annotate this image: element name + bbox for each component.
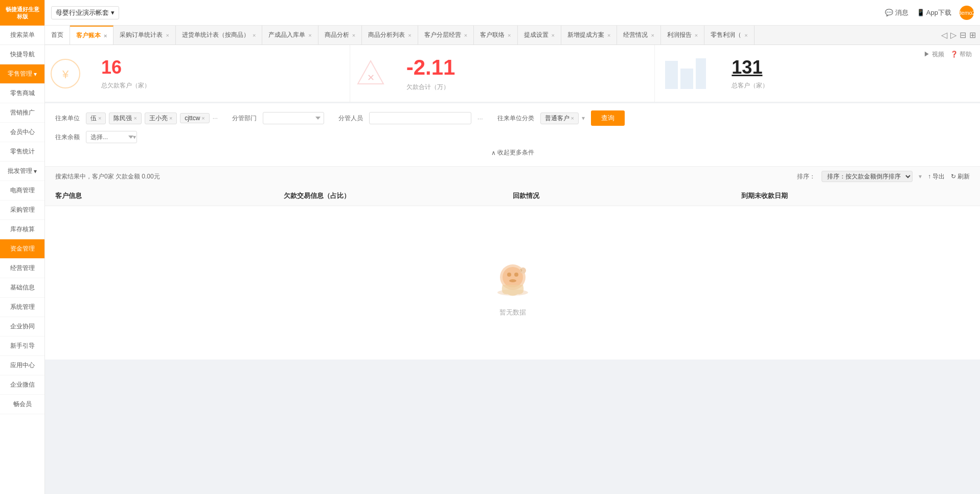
empty-text: 暂无数据 — [499, 308, 526, 317]
help-link[interactable]: ❓ 帮助 — [950, 50, 972, 59]
filter-tags-category: 普通客户 × ▾ — [540, 113, 585, 124]
chevron-down-icon-category: ▾ — [582, 115, 585, 122]
tab-promotion-settings[interactable]: 提成设置 × — [518, 26, 561, 45]
tab-scroll-right-icon[interactable]: ▷ — [950, 30, 956, 40]
filter-label-category: 往来单位分类 — [497, 114, 534, 123]
tag-close-wu[interactable]: × — [98, 115, 101, 121]
table-body: ? 暂无数据 — [45, 206, 980, 360]
filter-select-dept[interactable] — [263, 112, 324, 124]
logo-text: 畅捷通好生意 标版 — [6, 6, 39, 20]
close-icon[interactable]: × — [607, 32, 610, 38]
message-btn[interactable]: 💬 消息 — [885, 8, 908, 17]
account-select-label: 母婴行业演示帐套 — [56, 8, 109, 17]
svg-text:?: ? — [520, 268, 522, 273]
tab-product-analysis-list[interactable]: 商品分析列表 × — [362, 26, 418, 45]
svg-point-11 — [514, 273, 518, 277]
sidebar-item-retail-mall[interactable]: 零售商城 — [0, 84, 44, 103]
sidebar-item-operations[interactable]: 经营管理 — [0, 259, 44, 278]
close-icon[interactable]: × — [651, 32, 654, 38]
account-select[interactable]: 母婴行业演示帐套 ▾ — [51, 6, 119, 19]
filter-area: 往来单位 伍 × 陈民强 × 王小亮 × cjttcw — [45, 103, 980, 166]
tab-product-inbound[interactable]: 产成品入库单 × — [262, 26, 318, 45]
stats-right-icon — [663, 56, 709, 92]
sidebar-item-purchase-mgmt[interactable]: 采购管理 — [0, 200, 44, 220]
tab-customer-tier[interactable]: 客户分层经营 × — [418, 26, 474, 45]
tab-customer-accounts[interactable]: 客户账本 × — [70, 26, 113, 45]
col-header-due-date: 到期未收款日期 — [741, 191, 970, 200]
topbar-right: 💬 消息 📱 App下载 demo2 — [885, 6, 974, 20]
sidebar-item-quick-nav[interactable]: 快捷导航 — [0, 45, 44, 64]
tag-close-normal[interactable]: × — [571, 115, 574, 121]
sidebar-item-newbie[interactable]: 新手引导 — [0, 336, 44, 356]
filter-input-manager[interactable] — [369, 112, 471, 124]
sidebar-item-vip-member[interactable]: 畅会员 — [0, 395, 44, 414]
sidebar-item-ecommerce[interactable]: 电商管理 — [0, 181, 44, 200]
sidebar-item-enterprise-wx[interactable]: 企业微信 — [0, 375, 44, 395]
sidebar-item-enterprise[interactable]: 企业协同 — [0, 317, 44, 336]
close-icon[interactable]: × — [408, 32, 411, 38]
filter-more-manager[interactable]: ··· — [477, 115, 483, 122]
query-button[interactable]: 查询 — [591, 110, 625, 126]
tab-purchase-order-stats[interactable]: 采购订单统计表 × — [113, 26, 175, 45]
table-wrap: 客户信息 欠款交易信息（占比） 回款情况 到期未收款日期 — [45, 186, 980, 360]
tab-product-analysis[interactable]: 商品分析 × — [318, 26, 362, 45]
filter-tag-wang: 王小亮 × — [145, 113, 177, 124]
col-header-repayment: 回款情况 — [513, 191, 741, 200]
tag-close-wang[interactable]: × — [169, 115, 172, 121]
tab-scroll-left-icon[interactable]: ◁ — [941, 30, 947, 40]
stats-main-icon: ¥ — [50, 58, 81, 89]
sidebar-item-search[interactable]: 搜索菜单 — [0, 26, 44, 45]
sidebar-item-retail-mgmt[interactable]: 零售管理▾ — [0, 64, 44, 84]
tab-maximize-icon[interactable]: ⊞ — [969, 30, 976, 40]
sidebar-item-marketing[interactable]: 营销推广 — [0, 103, 44, 123]
stat-card-overdue-amount: -2.11 欠款合计（万） — [391, 45, 655, 102]
tab-inbound-stats[interactable]: 进货单统计表（按商品） × — [176, 26, 262, 45]
close-icon[interactable]: × — [104, 33, 107, 39]
tab-operations-status[interactable]: 经营情况 × — [617, 26, 660, 45]
svg-rect-6 — [696, 58, 706, 89]
app-download-btn[interactable]: 📱 App下载 — [917, 8, 951, 17]
stat-card-total-customers: ▶ 视频 ❓ 帮助 131 总客户（家） — [716, 45, 980, 102]
close-icon[interactable]: × — [253, 32, 256, 38]
close-icon[interactable]: × — [464, 32, 467, 38]
sidebar-item-finance[interactable]: 资金管理 — [0, 239, 44, 259]
tab-retail-profit[interactable]: 零售利润（ × — [704, 26, 754, 45]
sidebar-item-base-info[interactable]: 基础信息 — [0, 278, 44, 298]
video-link[interactable]: ▶ 视频 — [924, 50, 944, 59]
close-icon[interactable]: × — [695, 32, 698, 38]
refresh-btn[interactable]: ↻ 刷新 — [951, 172, 970, 181]
tab-profit-report[interactable]: 利润报告 × — [661, 26, 704, 45]
stat-card-overdue-customers: 16 总欠款客户（家） — [86, 45, 350, 102]
close-icon[interactable]: × — [166, 32, 169, 38]
sidebar-item-system[interactable]: 系统管理 — [0, 298, 44, 317]
sidebar-item-retail-stats[interactable]: 零售统计 — [0, 142, 44, 162]
export-btn[interactable]: ↑ 导出 — [928, 172, 945, 181]
chevron-down-icon-sort: ▾ — [919, 173, 922, 180]
close-icon[interactable]: × — [508, 32, 511, 38]
sidebar-item-member-center[interactable]: 会员中心 — [0, 123, 44, 142]
tag-close-cjttcw[interactable]: × — [201, 115, 204, 121]
tab-customer-contact[interactable]: 客户联络 × — [474, 26, 517, 45]
tab-home[interactable]: 首页 — [45, 26, 70, 45]
sidebar-item-wholesale-mgmt[interactable]: 批发管理▾ — [0, 162, 44, 181]
filter-select-balance[interactable]: 选择... — [86, 131, 137, 143]
sort-select[interactable]: 排序：按欠款金额倒序排序 — [822, 171, 913, 182]
filter-tag-cjttcw: cjttcw × — [180, 113, 209, 123]
filter-more-btn[interactable]: ··· — [213, 115, 218, 122]
tag-close-chen[interactable]: × — [133, 115, 136, 121]
tab-new-promotion-plan[interactable]: 新增提成方案 × — [561, 26, 617, 45]
sidebar-item-inventory[interactable]: 库存核算 — [0, 220, 44, 239]
overdue-amount-value: -2.11 — [406, 55, 640, 80]
svg-point-12 — [509, 279, 516, 282]
collapse-btn[interactable]: ∧ 收起更多条件 — [55, 148, 970, 157]
sidebar-item-app-center[interactable]: 应用中心 — [0, 356, 44, 375]
filter-tag-normal-customer: 普通客户 × — [540, 113, 579, 124]
close-icon[interactable]: × — [352, 32, 355, 38]
close-icon[interactable]: × — [552, 32, 555, 38]
stats-center-icon: ✕ — [355, 58, 386, 89]
close-icon[interactable]: × — [308, 32, 311, 38]
filter-tags-unit: 伍 × 陈民强 × 王小亮 × cjttcw × ··· — [86, 113, 218, 124]
tab-minimize-icon[interactable]: ⊟ — [960, 30, 966, 40]
avatar[interactable]: demo2 — [960, 6, 974, 20]
close-icon[interactable]: × — [744, 32, 747, 38]
